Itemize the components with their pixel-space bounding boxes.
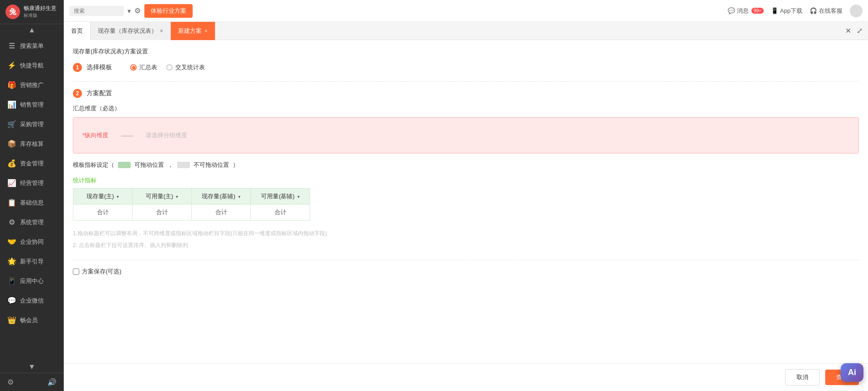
radio-summary-label: 汇总表 [139, 63, 157, 72]
radio-cross-label: 交叉统计表 [175, 63, 205, 72]
newbie-icon: 🌟 [7, 257, 16, 266]
col-chevron-available-main[interactable]: ▾ [176, 194, 178, 199]
dimension-box[interactable]: *纵向维度 —— 请选择分组维度 [73, 117, 859, 154]
basic-info-icon: 📋 [7, 198, 16, 207]
sidebar-item-label: 采购管理 [20, 120, 44, 129]
enterprise-icon: 🤝 [7, 237, 16, 246]
col-header-available-main: 可用量(主) ▾ [133, 189, 192, 205]
headset-icon: 🎧 [810, 7, 817, 14]
tabbar: 首页 现存量（库存状况表） × 新建方案 × ✕ ⤢ [64, 22, 868, 40]
sidebar-item-wechat[interactable]: 💬 企业微信 [0, 291, 64, 310]
sidebar-item-quick-nav[interactable]: ⚡ 快捷导航 [0, 56, 64, 75]
movable-badge [118, 162, 131, 168]
col-label-current-main: 现存量(主) [87, 192, 114, 201]
gear-button[interactable]: ⚙ [134, 6, 141, 15]
sidebar-item-purchase[interactable]: 🛒 采购管理 [0, 114, 64, 134]
message-btn[interactable]: 💬 消息 99+ [728, 7, 764, 15]
tab-new-plan-close[interactable]: × [204, 28, 208, 34]
dimension-sep: —— [121, 132, 133, 139]
sidebar-item-label: 库存核算 [20, 140, 44, 148]
cell-summary-available-aux: 合计 [251, 205, 310, 221]
stats-header-row: 现存量(主) ▾ 可用量(主) ▾ [73, 189, 310, 205]
sidebar-item-sales[interactable]: 📊 销售管理 [0, 95, 64, 114]
sidebar-item-label: 搜索菜单 [20, 42, 44, 50]
sidebar-item-finance[interactable]: 💰 资金管理 [0, 154, 64, 173]
online-service-btn[interactable]: 🎧 在线客服 [810, 7, 842, 15]
app-center-icon: 📱 [7, 277, 16, 285]
sidebar-logo: 兔 畅康通好生意 标准版 [0, 0, 64, 24]
indicator-label-prefix: 模板指标设定（ [73, 161, 114, 169]
system-icon: ⚙ [7, 218, 16, 226]
inventory-icon: 📦 [7, 139, 16, 148]
col-chevron-current-main[interactable]: ▾ [117, 194, 119, 199]
industry-btn[interactable]: 体验行业方案 [144, 4, 193, 18]
save-checkbox[interactable] [73, 268, 79, 275]
sidebar-item-app-center[interactable]: 📱 应用中心 [0, 271, 64, 291]
sidebar-item-operation[interactable]: 📈 经营管理 [0, 173, 64, 193]
phone-icon: 📱 [771, 7, 778, 14]
user-avatar[interactable] [850, 5, 863, 17]
panel-expand-btn[interactable]: ⤢ [855, 25, 864, 37]
radio-cross[interactable]: 交叉统计表 [166, 63, 205, 72]
sidebar-item-system[interactable]: ⚙ 系统管理 [0, 212, 64, 232]
logo-text: 畅康通好生意 标准版 [24, 5, 56, 19]
col-chevron-current-aux[interactable]: ▾ [238, 194, 240, 199]
message-icon: 💬 [728, 7, 735, 14]
quick-nav-icon: ⚡ [7, 61, 16, 70]
footer: 取消 查询 [64, 363, 868, 391]
ai-float-button[interactable]: Ai [841, 363, 863, 382]
dimension-label: 汇总维度（必选） [73, 104, 859, 113]
purchase-icon: 🛒 [7, 120, 16, 129]
col-label-available-aux: 可用量(基辅) [261, 192, 295, 201]
tab-inventory-status[interactable]: 现存量（库存状况表） × [91, 22, 171, 40]
cell-summary-available-main: 合计 [133, 205, 192, 221]
step1-number: 1 [73, 63, 82, 72]
sidebar-item-inventory[interactable]: 📦 库存核算 [0, 134, 64, 154]
step2-section: 2 方案配置 汇总维度（必选） *纵向维度 —— 请选择分组维度 模板指标设定（… [73, 89, 859, 251]
sidebar-scroll-up[interactable]: ▲ [0, 24, 64, 36]
panel-close-btn[interactable]: ✕ [843, 25, 853, 37]
tab-new-plan[interactable]: 新建方案 × [171, 22, 215, 40]
sidebar-nav: ☰ 搜索菜单 ⚡ 快捷导航 🎁 营销推广 📊 销售管理 🛒 采购管理 📦 库存核… [0, 36, 64, 361]
audio-icon[interactable]: 🔊 [47, 378, 56, 386]
col-header-current-aux: 现存量(基辅) ▾ [192, 189, 251, 205]
sidebar-item-label: 畅会员 [20, 316, 38, 324]
topbar: ▾ ⚙ 体验行业方案 💬 消息 99+ 📱 App下载 🎧 在线客服 [64, 0, 868, 22]
sidebar-item-label: 企业协同 [20, 238, 44, 246]
sidebar: 兔 畅康通好生意 标准版 ▲ ☰ 搜索菜单 ⚡ 快捷导航 🎁 营销推广 📊 销售… [0, 0, 64, 391]
tab-home[interactable]: 首页 [64, 22, 91, 40]
radio-cross-circle [166, 64, 173, 71]
message-badge: 99+ [751, 8, 764, 14]
marketing-icon: 🎁 [7, 81, 16, 89]
save-label: 方案保存(可选) [82, 268, 122, 276]
divider-2 [73, 260, 859, 260]
sidebar-item-basic-info[interactable]: 📋 基础信息 [0, 193, 64, 212]
col-label-available-main: 可用量(主) [146, 192, 174, 201]
col-chevron-available-aux[interactable]: ▾ [297, 194, 300, 199]
app-download-btn[interactable]: 📱 App下载 [771, 7, 802, 15]
indicator-fixed-label: 不可拖动位置 [194, 161, 229, 169]
dimension-placeholder: 请选择分组维度 [146, 131, 187, 139]
settings-icon[interactable]: ⚙ [7, 378, 14, 386]
sidebar-item-member[interactable]: 👑 畅会员 [0, 310, 64, 330]
sidebar-item-search-menu[interactable]: ☰ 搜索菜单 [0, 36, 64, 56]
sidebar-item-newbie[interactable]: 🌟 新手引导 [0, 252, 64, 271]
divider-1 [73, 81, 859, 82]
sales-icon: 📊 [7, 100, 16, 109]
finance-icon: 💰 [7, 159, 16, 168]
stats-section: 统计指标 现存量(主) ▾ 可用量 [73, 176, 859, 221]
cell-summary-current-aux: 合计 [192, 205, 251, 221]
search-input[interactable] [69, 6, 124, 16]
sidebar-item-marketing[interactable]: 🎁 营销推广 [0, 75, 64, 95]
indicator-settings: 模板指标设定（ 可拖动位置 ， 不可拖动位置 ） [73, 161, 859, 169]
sidebar-scroll-down[interactable]: ▼ [0, 361, 64, 373]
dimension-required: *纵向维度 [82, 131, 108, 139]
sidebar-item-enterprise[interactable]: 🤝 企业协同 [0, 232, 64, 252]
tab-inventory-close[interactable]: × [160, 28, 163, 34]
stats-table: 现存量(主) ▾ 可用量(主) ▾ [73, 188, 310, 221]
dropdown-button[interactable]: ▾ [128, 7, 131, 15]
cancel-button[interactable]: 取消 [785, 369, 820, 386]
sidebar-item-label: 资金管理 [20, 159, 44, 168]
col-label-current-aux: 现存量(基辅) [202, 192, 235, 201]
radio-summary[interactable]: 汇总表 [130, 63, 157, 72]
